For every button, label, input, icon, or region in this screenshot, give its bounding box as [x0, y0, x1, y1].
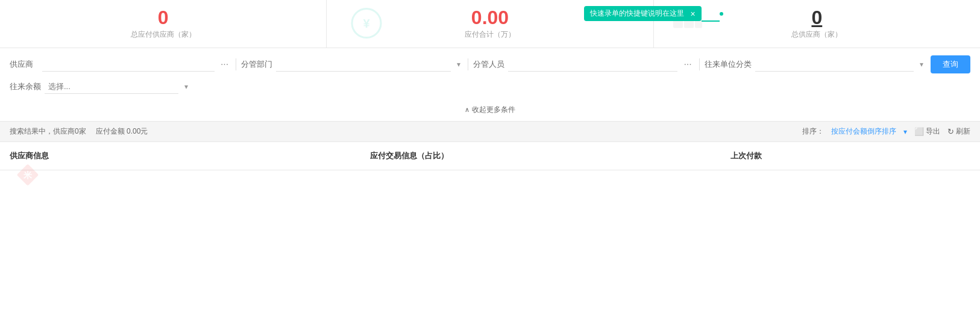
department-input[interactable] — [276, 57, 450, 72]
export-icon: ⬜ — [914, 127, 924, 136]
stat-payable-label: 应付合计（万） — [465, 29, 515, 40]
filter-unit-class: 往来单位分类 ▾ — [705, 57, 926, 72]
watermark-logo: 米 — [12, 159, 43, 192]
payable-amount: 应付金额 0.00元 — [96, 126, 148, 137]
sort-prefix: 排序： — [802, 126, 824, 137]
filter-manager: 分管人员 ··· — [473, 57, 694, 72]
collapse-icon: ∧ — [465, 106, 470, 114]
tooltip-banner: 快速录单的快捷键说明在这里 × — [584, 6, 701, 21]
svg-text:¥: ¥ — [363, 16, 371, 29]
balance-label: 往来余额 — [10, 81, 41, 92]
filter-supplier: 供应商 ··· — [10, 57, 231, 72]
unit-class-label: 往来单位分类 — [705, 59, 752, 70]
col-header-payable: 应付交易信息（占比） — [370, 150, 730, 161]
manager-dots[interactable]: ··· — [681, 59, 694, 70]
filter-department: 分管部门 ▾ — [241, 57, 462, 72]
col-header-lastpay: 上次付款 — [730, 150, 971, 161]
supplier-input[interactable] — [42, 57, 215, 72]
manager-label: 分管人员 — [473, 59, 504, 70]
tooltip-text: 快速录单的快捷键说明在这里 — [590, 8, 684, 19]
result-bar: 搜索结果中，供应商0家 应付金额 0.00元 排序： 按应付会额倒序排序 ▾ ⬜… — [0, 122, 980, 142]
department-arrow[interactable]: ▾ — [454, 60, 463, 69]
stat-payable-value: 0.00 — [471, 8, 509, 27]
sort-arrow[interactable]: ▾ — [903, 128, 907, 136]
divider-3 — [699, 58, 700, 70]
stat-total-suppliers-label: 总供应商（家） — [791, 29, 842, 40]
balance-input[interactable] — [45, 79, 178, 94]
filter-row-1: 供应商 ··· 分管部门 ▾ 分管人员 ··· 往来单位分类 — [10, 55, 970, 73]
export-label: 导出 — [926, 126, 940, 137]
result-actions: 排序： 按应付会额倒序排序 ▾ ⬜ 导出 ↻ 刷新 — [802, 126, 970, 137]
collapse-button[interactable]: ∧ 收起更多条件 — [10, 100, 970, 121]
table-header: 供应商信息 应付交易信息（占比） 上次付款 — [0, 142, 980, 170]
stat-total-payable-suppliers: 0 总应付供应商（家） — [0, 0, 327, 48]
stat-total-payable-label: 总应付供应商（家） — [131, 29, 196, 40]
unit-class-input[interactable] — [755, 57, 914, 72]
export-button[interactable]: ⬜ 导出 — [914, 126, 940, 137]
tooltip-dot — [718, 11, 724, 17]
stat-total-suppliers-value: 0 — [811, 8, 822, 27]
query-button[interactable]: 查询 — [931, 55, 970, 73]
result-info: 搜索结果中，供应商0家 应付金额 0.00元 — [10, 126, 148, 137]
filter-area: 供应商 ··· 分管部门 ▾ 分管人员 ··· 往来单位分类 — [0, 48, 980, 122]
divider-1 — [236, 58, 236, 70]
coin-icon: ¥ — [351, 7, 382, 40]
stat-total-payable-value: 0 — [158, 8, 169, 27]
col-header-supplier: 供应商信息 — [10, 150, 370, 161]
filter-balance: 往来余额 ▾ — [10, 79, 190, 94]
sort-value[interactable]: 按应付会额倒序排序 — [831, 126, 896, 137]
stat-payable-total: ¥ 快速录单的快捷键说明在这里 × 0.00 应付合计（万） — [327, 0, 653, 48]
supplier-label: 供应商 — [10, 59, 39, 70]
refresh-button[interactable]: ↻ 刷新 — [947, 126, 970, 137]
refresh-label: 刷新 — [956, 126, 970, 137]
department-label: 分管部门 — [241, 59, 272, 70]
refresh-icon: ↻ — [947, 127, 954, 136]
svg-text:米: 米 — [23, 170, 33, 179]
stat-total-suppliers: 0 总供应商（家） — [654, 0, 980, 48]
table-content — [0, 170, 980, 310]
filter-row-2: 往来余额 ▾ — [10, 79, 970, 94]
stats-bar: 米 0 总应付供应商（家） ¥ 快速录单的快捷键说明在这里 × 0.0 — [0, 0, 980, 48]
supplier-dots[interactable]: ··· — [218, 59, 231, 70]
manager-input[interactable] — [508, 57, 678, 72]
supplier-count: 搜索结果中，供应商0家 — [10, 126, 86, 137]
balance-arrow[interactable]: ▾ — [182, 82, 190, 91]
collapse-label: 收起更多条件 — [472, 105, 515, 115]
unit-class-arrow[interactable]: ▾ — [917, 60, 926, 69]
tooltip-close[interactable]: × — [690, 9, 695, 19]
divider-2 — [468, 58, 468, 70]
